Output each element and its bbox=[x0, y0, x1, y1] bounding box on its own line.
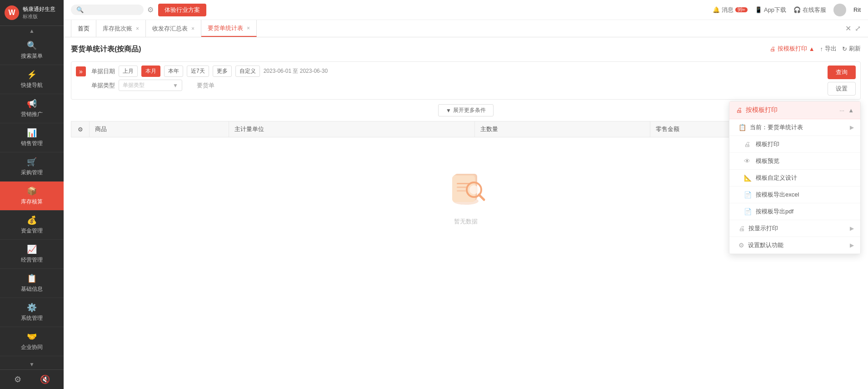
sidebar-item-inventory[interactable]: 📦 库存核算 bbox=[0, 182, 64, 211]
sidebar-item-label: 基础信息 bbox=[21, 285, 43, 293]
dropdown-item-template-design[interactable]: 📐 模板自定义设计 bbox=[729, 170, 860, 187]
operation-icon: 📈 bbox=[27, 244, 37, 254]
export-btn[interactable]: ↑ 导出 bbox=[820, 45, 837, 53]
mute-icon[interactable]: 🔇 bbox=[40, 374, 50, 384]
print-btn-label: 按模板打印 bbox=[778, 45, 807, 53]
template-design-icon: 📐 bbox=[744, 174, 752, 182]
template-design-label: 模板自定义设计 bbox=[756, 174, 797, 182]
close-receivable-summary-icon[interactable]: × bbox=[191, 25, 195, 32]
col-product: 商品 bbox=[90, 121, 229, 137]
svg-rect-5 bbox=[457, 187, 468, 188]
phone-icon: 📱 bbox=[755, 6, 762, 13]
inventory-icon: 📦 bbox=[27, 186, 37, 196]
customer-service-btn[interactable]: 🎧 在线客服 bbox=[793, 6, 826, 14]
sidebar-scroll-down[interactable]: ▼ bbox=[0, 359, 64, 369]
close-requisition-stats-icon[interactable]: × bbox=[247, 25, 250, 31]
tab-requisition-stats[interactable]: 要货单统计表 × bbox=[201, 20, 257, 37]
notifications-label: 消息 bbox=[722, 6, 733, 14]
sidebar-item-search[interactable]: 🔍 搜索菜单 bbox=[0, 36, 64, 65]
expand-icon: ▼ bbox=[446, 107, 451, 114]
sidebar-item-label: 销售管理 bbox=[21, 140, 43, 147]
topbar-search-box[interactable]: 🔍 bbox=[71, 5, 144, 15]
sidebar-footer: ⚙ 🔇 bbox=[0, 369, 64, 389]
sidebar-scroll-up[interactable]: ▲ bbox=[0, 26, 64, 36]
sidebar-item-guide[interactable]: 🎯 新手引导 bbox=[0, 356, 64, 359]
dropdown-item-template-pdf[interactable]: 📄 按模板导出pdf bbox=[729, 203, 860, 220]
user-avatar[interactable] bbox=[833, 4, 846, 16]
col-settings[interactable]: ⚙ bbox=[71, 121, 90, 137]
close-inventory-batch-icon[interactable]: × bbox=[136, 25, 139, 32]
filter-7days[interactable]: 近7天 bbox=[187, 66, 209, 77]
template-excel-icon: 📄 bbox=[744, 191, 752, 198]
template-pdf-icon: 📄 bbox=[744, 208, 752, 215]
dropdown-display-print[interactable]: 🖨 按显示打印 ▶ bbox=[729, 220, 860, 237]
more-icon[interactable]: ··· bbox=[839, 107, 844, 114]
print-btn[interactable]: 🖨 按模板打印 ▲ bbox=[770, 45, 815, 53]
select-arrow-icon: ▼ bbox=[173, 82, 178, 89]
customer-service-label: 在线客服 bbox=[803, 6, 826, 14]
app-download-btn[interactable]: 📱 App下载 bbox=[755, 6, 786, 14]
current-label: 当前：要货单统计表 bbox=[750, 123, 803, 131]
dropdown-current[interactable]: 📋 当前：要货单统计表 ▶ bbox=[729, 119, 860, 136]
dropdown-item-template-preview[interactable]: 👁 模板预览 bbox=[729, 153, 860, 170]
sidebar-item-quick-nav[interactable]: ⚡ 快捷导航 bbox=[0, 65, 64, 94]
dropdown-item-template-print[interactable]: 🖨 模板打印 bbox=[729, 136, 860, 153]
sidebar-item-collab[interactable]: 🤝 企业协同 bbox=[0, 327, 64, 356]
settings-btn[interactable]: 设置 bbox=[828, 82, 856, 96]
notifications-badge: 99+ bbox=[735, 7, 748, 12]
dropdown-header-left: 🖨 按模板打印 bbox=[736, 106, 778, 114]
topbar-gear-icon[interactable]: ⚙ bbox=[147, 5, 154, 14]
page-toolbar: 🖨 按模板打印 ▲ ↑ 导出 ↻ 刷新 bbox=[770, 45, 861, 53]
collapse-icon[interactable]: ▲ bbox=[848, 107, 854, 114]
sidebar-item-finance[interactable]: 💰 资金管理 bbox=[0, 211, 64, 240]
sidebar-item-purchase[interactable]: 🛒 采购管理 bbox=[0, 152, 64, 182]
dropdown-header[interactable]: 🖨 按模板打印 ··· ▲ bbox=[729, 101, 860, 119]
sidebar-item-marketing[interactable]: 📢 营销推广 bbox=[0, 94, 64, 123]
refresh-btn[interactable]: ↻ 刷新 bbox=[842, 45, 861, 53]
notifications-btn[interactable]: 🔔 消息 99+ bbox=[713, 6, 748, 14]
sidebar-item-label: 系统管理 bbox=[21, 314, 43, 322]
dropdown-default-func[interactable]: ⚙ 设置默认功能 ▶ bbox=[729, 237, 860, 254]
filter-this-month[interactable]: 本月 bbox=[141, 66, 160, 77]
template-preview-icon: 👁 bbox=[744, 157, 752, 165]
filter-more[interactable]: 更多 bbox=[213, 66, 232, 77]
maximize-tab-btn[interactable]: ⤢ bbox=[855, 24, 861, 33]
refresh-btn-label: 刷新 bbox=[849, 45, 861, 53]
sidebar-item-system[interactable]: ⚙️ 系统管理 bbox=[0, 298, 64, 327]
expand-more-btn[interactable]: ▼ 展开更多条件 bbox=[438, 104, 494, 116]
sidebar-item-label: 库存核算 bbox=[21, 198, 43, 206]
dropdown-item-template-excel[interactable]: 📄 按模板导出excel bbox=[729, 187, 860, 203]
bell-icon: 🔔 bbox=[713, 6, 720, 13]
topbar: 🔍 ⚙ 体验行业方案 🔔 消息 99+ 📱 App下载 🎧 在线客服 Rit bbox=[64, 0, 868, 20]
settings-icon[interactable]: ⚙ bbox=[14, 374, 21, 384]
sidebar-scroll: 🔍 搜索菜单 ⚡ 快捷导航 📢 营销推广 📊 销售管理 🛒 采购管理 📦 库存核… bbox=[0, 36, 64, 359]
app-name-block: 畅康通好生意 标准版 bbox=[23, 5, 55, 20]
print-header-icon: 🖨 bbox=[736, 106, 742, 114]
query-btn[interactable]: 查询 bbox=[828, 66, 856, 79]
filter-this-year[interactable]: 本年 bbox=[164, 66, 183, 77]
tab-inventory-batch[interactable]: 库存批次账 × bbox=[96, 20, 146, 37]
close-tab-btn[interactable]: ✕ bbox=[845, 24, 851, 33]
date-filter-label: 单据日期 bbox=[91, 67, 115, 76]
sidebar-item-label: 资金管理 bbox=[21, 227, 43, 235]
purchase-icon: 🛒 bbox=[27, 157, 37, 167]
display-print-icon: 🖨 bbox=[738, 225, 745, 232]
sidebar-item-base[interactable]: 📋 基础信息 bbox=[0, 269, 64, 298]
trial-btn[interactable]: 体验行业方案 bbox=[158, 4, 206, 16]
sidebar-item-operation[interactable]: 📈 经营管理 bbox=[0, 240, 64, 269]
marketing-icon: 📢 bbox=[27, 99, 37, 109]
sidebar-header: W 畅康通好生意 标准版 bbox=[0, 0, 64, 26]
tab-receivable-summary[interactable]: 收发存汇总表 × bbox=[146, 20, 201, 37]
filter-custom[interactable]: 自定义 bbox=[235, 66, 260, 77]
filter-expand-btn[interactable]: » bbox=[76, 66, 86, 76]
sidebar-item-label: 快捷导航 bbox=[21, 81, 43, 89]
order-type-select[interactable]: 单据类型 ▼ bbox=[119, 80, 182, 91]
filter-group: 单据日期 上月 本月 本年 近7天 更多 自定义 2023-06-01 至 20… bbox=[91, 66, 328, 91]
display-print-label: 按显示打印 bbox=[748, 224, 778, 232]
current-icon: 📋 bbox=[738, 124, 746, 131]
search-input[interactable] bbox=[84, 7, 138, 13]
sidebar-item-sales[interactable]: 📊 销售管理 bbox=[0, 123, 64, 152]
filter-last-month[interactable]: 上月 bbox=[119, 66, 138, 77]
tab-home[interactable]: 首页 bbox=[71, 20, 96, 37]
receivable-summary-label: 收发存汇总表 bbox=[152, 25, 188, 33]
